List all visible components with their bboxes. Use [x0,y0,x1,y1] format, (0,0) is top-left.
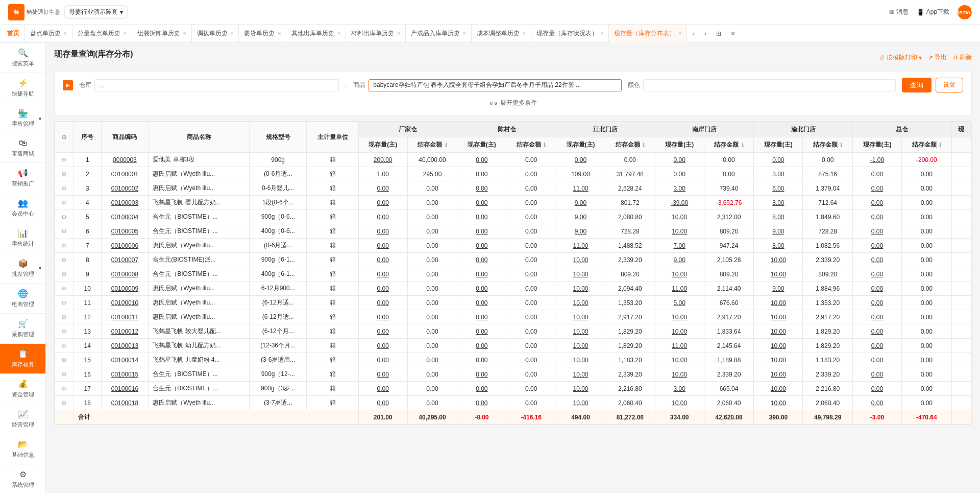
tab-spot2[interactable]: 分量盘点单历史 × [72,25,132,43]
tab-other[interactable]: 其他出库单历史 × [286,25,346,43]
cell-yubei-qty[interactable]: 8.00 [754,196,803,210]
cell-jiangbei-qty[interactable]: 10.00 [556,353,605,367]
tab-transfer-close[interactable]: × [231,31,234,36]
cell-nanan-qty[interactable]: 11.00 [655,281,704,296]
print-button[interactable]: 🖨 按模版打印 ▾ [879,53,922,62]
tab-prev-button[interactable]: ‹ [687,25,699,43]
cell-jiangbei-qty[interactable]: 9.00 [556,196,605,210]
cell-code[interactable]: 00100016 [101,382,149,396]
tab-request[interactable]: 要货单历史 × [239,25,286,43]
cell-jiangbei-qty[interactable]: 9.00 [556,210,605,224]
sidebar-item-ecommerce[interactable]: 🌐 电商管理 [0,284,45,314]
tab-next-button[interactable]: › [699,25,712,43]
tab-request-close[interactable]: × [278,31,281,36]
sidebar-item-wholesale[interactable]: 📦 批发管理 ▼ [0,253,45,284]
cell-factory-qty[interactable]: 0.00 [358,239,407,253]
cell-factory-qty[interactable]: 0.00 [358,324,407,339]
cell-code[interactable]: 00100001 [101,167,149,181]
cell-settings[interactable]: ⚙ [55,324,74,339]
cell-settings[interactable]: ⚙ [55,267,74,281]
tab-stock-status-close[interactable]: × [601,31,604,36]
cell-settings[interactable]: ⚙ [55,382,74,396]
jiangbei-amt-info-icon[interactable]: ℹ [643,142,645,148]
tab-home[interactable]: 首页 [2,25,25,43]
cell-jiangbei-qty[interactable]: 10.00 [556,396,605,410]
cell-jiangbei-qty[interactable]: 10.00 [556,324,605,339]
cell-settings[interactable]: ⚙ [55,296,74,310]
cell-total-qty[interactable]: 0.00 [853,167,902,181]
cell-jiangbei-qty[interactable]: 11.00 [556,181,605,196]
cell-chenmei-qty[interactable]: 0.00 [457,396,506,410]
cell-factory-qty[interactable]: 0.00 [358,210,407,224]
cell-yubei-qty[interactable]: 10.00 [754,296,803,310]
cell-yubei-qty[interactable]: 10.00 [754,353,803,367]
cell-yubei-qty[interactable]: 9.00 [754,224,803,239]
app-download-button[interactable]: 📱 App下载 [917,8,949,16]
cell-chenmei-qty[interactable]: 0.00 [457,324,506,339]
cell-jiangbei-qty[interactable]: 0.00 [556,153,605,167]
cell-chenmei-qty[interactable]: 0.00 [457,267,506,281]
cell-factory-qty[interactable]: 0.00 [358,296,407,310]
cell-nanan-qty[interactable]: 10.00 [655,210,704,224]
cell-code[interactable]: 00100010 [101,296,149,310]
cell-jiangbei-qty[interactable]: 11.00 [556,239,605,253]
cell-total-qty[interactable]: 0.00 [853,339,902,353]
sidebar-item-search[interactable]: 🔍 搜索英单 [0,43,45,73]
cell-factory-qty[interactable]: 0.00 [358,310,407,324]
cell-code[interactable]: 00100008 [101,267,149,281]
cell-settings[interactable]: ⚙ [55,224,74,239]
cell-total-qty[interactable]: 0.00 [853,267,902,281]
tab-cost-adj[interactable]: 成本调整单历史 × [472,25,531,43]
sidebar-item-retail-mgmt[interactable]: 🏪 零售管理 ▲ [0,103,45,133]
cell-code[interactable]: 00100005 [101,224,149,239]
search-button[interactable]: 查询 [902,78,932,92]
cell-factory-qty[interactable]: 0.00 [358,367,407,382]
cell-total-qty[interactable]: 0.00 [853,367,902,382]
sidebar-item-quick[interactable]: ⚡ 快捷导航 [0,73,45,103]
cell-settings[interactable]: ⚙ [55,210,74,224]
col-settings-header[interactable]: ⚙ [55,122,74,153]
cell-chenmei-qty[interactable]: 0.00 [457,239,506,253]
tab-combo-close[interactable]: × [183,31,186,36]
tab-stock-dist-close[interactable]: × [678,31,681,36]
cell-total-qty[interactable]: -1.00 [853,153,902,167]
cell-nanan-qty[interactable]: 3.00 [655,181,704,196]
cell-factory-qty[interactable]: 0.00 [358,396,407,410]
cell-nanan-qty[interactable]: 0.00 [655,167,704,181]
tab-combo[interactable]: 组装拆卸单历史 × [132,25,192,43]
cell-settings[interactable]: ⚙ [55,396,74,410]
cell-factory-qty[interactable]: 0.00 [358,196,407,210]
factory-amt-info-icon[interactable]: ℹ [445,142,447,148]
cell-yubei-qty[interactable]: 9.00 [754,281,803,296]
cell-nanan-qty[interactable]: 0.00 [655,153,704,167]
cell-yubei-qty[interactable]: 10.00 [754,367,803,382]
cell-chenmei-qty[interactable]: 0.00 [457,210,506,224]
sidebar-item-finance[interactable]: 💰 资金管理 [0,374,45,404]
tab-stock-status[interactable]: 现存量（库存状况表） × [531,25,609,43]
cell-chenmei-qty[interactable]: 0.00 [457,382,506,396]
cell-code[interactable]: 00100013 [101,339,149,353]
cell-chenmei-qty[interactable]: 0.00 [457,224,506,239]
total-amt-info-icon[interactable]: ℹ [939,142,941,148]
cell-nanan-qty[interactable]: 3.00 [655,382,704,396]
cell-nanan-qty[interactable]: 5.00 [655,296,704,310]
cell-total-qty[interactable]: 0.00 [853,296,902,310]
cell-yubei-qty[interactable]: 6.00 [754,181,803,196]
cell-chenmei-qty[interactable]: 0.00 [457,196,506,210]
sidebar-item-retail-stats[interactable]: 📊 零售统计 [0,223,45,253]
cell-code[interactable]: 0000003 [101,153,149,167]
cell-jiangbei-qty[interactable]: 9.00 [556,224,605,239]
cell-jiangbei-qty[interactable]: 10.00 [556,296,605,310]
cell-total-qty[interactable]: 0.00 [853,353,902,367]
cell-chenmei-qty[interactable]: 0.00 [457,339,506,353]
cell-code[interactable]: 00100014 [101,353,149,367]
cell-nanan-qty[interactable]: 10.00 [655,310,704,324]
cell-settings[interactable]: ⚙ [55,367,74,382]
cell-yubei-qty[interactable]: 3.00 [754,167,803,181]
cell-code[interactable]: 00100009 [101,281,149,296]
cell-jiangbei-qty[interactable]: 10.00 [556,382,605,396]
expand-conditions-button[interactable]: ∨∨ 展开更多条件 [485,97,541,109]
cell-total-qty[interactable]: 0.00 [853,253,902,267]
cell-factory-qty[interactable]: 0.00 [358,339,407,353]
warehouse-input[interactable] [94,79,339,91]
